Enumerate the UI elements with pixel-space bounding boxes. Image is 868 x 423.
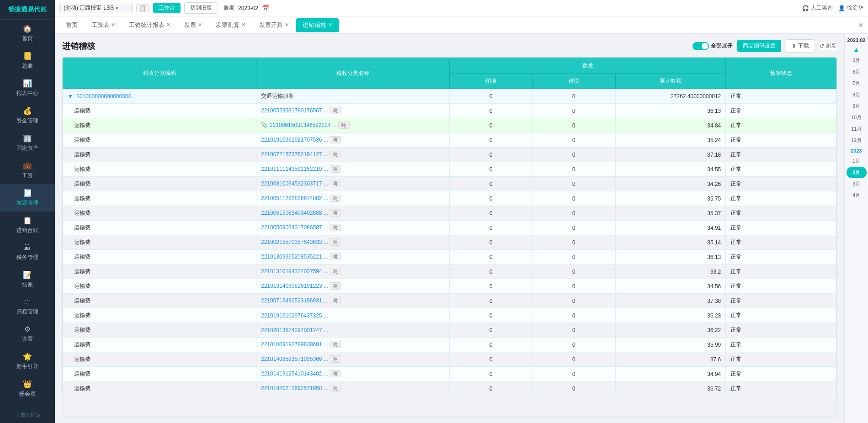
settings-icon: ⚙ xyxy=(24,325,31,333)
sidebar-item-fund-mgmt[interactable]: 💰 资金管理 xyxy=(0,102,55,129)
tag-button[interactable]: 吨 xyxy=(330,370,341,377)
archive-icon: 🗂 xyxy=(24,298,31,306)
sidebar-item-label: 结账 xyxy=(22,281,33,289)
close-all-tabs-button[interactable]: ✕ xyxy=(858,21,863,29)
tab-salary-stats[interactable]: 工资统计报表 ✕ xyxy=(122,18,177,32)
tab-jin-xiao[interactable]: 进销稽核 ✕ xyxy=(296,18,339,32)
calendar-month-4-2023[interactable]: 4月 xyxy=(847,190,867,201)
tag-button[interactable]: 吨 xyxy=(330,165,341,173)
calendar-month-11-2022[interactable]: 11月 xyxy=(847,123,867,135)
tag-button[interactable]: 吨 xyxy=(330,355,341,363)
sidebar-item-tax-mgmt[interactable]: 🏛 税务管理 xyxy=(0,239,55,266)
calendar-month-7-2022[interactable]: 7月 xyxy=(847,78,867,89)
calendar-up-arrow[interactable]: ▲ xyxy=(852,45,861,55)
calendar-month-1-2023[interactable]: 1月 xyxy=(847,155,867,167)
calendar-icon[interactable]: 📅 xyxy=(262,5,269,11)
tag-button[interactable]: 吨 xyxy=(330,151,341,158)
tab-jin-xiao-close-icon[interactable]: ✕ xyxy=(328,22,332,28)
service-button[interactable]: 🎧 人工咨询 xyxy=(802,4,833,12)
sidebar-item-new-guide[interactable]: 🌟 新手引导 xyxy=(0,348,55,375)
status-cell: 正常 xyxy=(726,264,836,279)
goods-set-button[interactable]: 商品编码设置 xyxy=(737,40,781,52)
member-icon: 👑 xyxy=(23,380,32,388)
tab-salary[interactable]: 工资表 ✕ xyxy=(85,18,122,32)
calendar-month-10-2022[interactable]: 10月 xyxy=(847,112,867,123)
sidebar-item-invoice-mgmt[interactable]: 🧾 发票管理 xyxy=(0,184,55,212)
invoice-no-cell: 22101009192789838691 ... 吨 xyxy=(256,338,450,352)
refresh-button[interactable]: ↺ 刷新 xyxy=(820,42,837,50)
tag-button[interactable]: 吨 xyxy=(330,268,341,275)
company-selector[interactable]: (勿动) 江西报宝-LSS ▾ xyxy=(59,3,133,13)
tag-button[interactable]: 吨 xyxy=(330,238,341,246)
tab-invoice[interactable]: 发票 ✕ xyxy=(178,18,208,32)
tag-button[interactable]: 吨 xyxy=(330,209,341,217)
table-row: 运输费 22101009192789838691 ... 吨 0 0 35.99… xyxy=(63,338,836,352)
sidebar-item-salary[interactable]: 💼 工资 xyxy=(0,157,55,184)
tag-button[interactable]: 吨 xyxy=(338,122,350,129)
sidebar-item-fixed-assets[interactable]: 🏢 固定资产 xyxy=(0,129,55,157)
tag-button[interactable]: 吨 xyxy=(330,107,341,114)
tab-invoice-open-close-icon[interactable]: ✕ xyxy=(285,22,289,28)
sidebar-item-member[interactable]: 👑 畅会员 xyxy=(0,375,55,402)
cumulative-cell: 36.13 xyxy=(615,250,726,264)
tab-home[interactable]: 首页 xyxy=(59,18,84,32)
copy-button[interactable]: 📋 xyxy=(136,4,149,12)
calendar-month-5-2022[interactable]: 5月 xyxy=(847,55,867,66)
sidebar-item-label: 税务管理 xyxy=(16,254,38,261)
name-cell: 运输费 xyxy=(63,221,256,235)
tag-button[interactable]: 吨 xyxy=(330,297,341,304)
sidebar-item-report-center[interactable]: 📊 报表中心 xyxy=(0,74,55,102)
group-cumulative-cell: 27262.40000000012 xyxy=(615,89,726,104)
sidebar-item-archive[interactable]: 🗂 归档管理 xyxy=(0,293,55,320)
calendar-month-8-2022[interactable]: 8月 xyxy=(847,89,867,100)
sidebar-item-settings[interactable]: ⚙ 设置 xyxy=(0,320,55,348)
tab-invoice-check[interactable]: 发票测算 ✕ xyxy=(209,18,252,32)
switch-version-button[interactable]: 切到旧版 xyxy=(184,2,218,14)
tab-salary-close-icon[interactable]: ✕ xyxy=(111,22,115,28)
tag-button[interactable]: 吨 xyxy=(330,224,341,231)
tag-button[interactable]: 吨 xyxy=(330,385,341,392)
purchase-cell: 0 xyxy=(533,338,615,352)
calendar-month-12-2022[interactable]: 12月 xyxy=(847,135,867,146)
sidebar-item-home[interactable]: 🏠 首页 xyxy=(0,20,55,47)
name-cell: 运输费 xyxy=(63,338,256,352)
tag-button[interactable]: 吨 xyxy=(330,136,341,143)
download-button[interactable]: ⬇ 下载 xyxy=(786,39,815,53)
unpin-button[interactable]: ◁ 取消固定 xyxy=(0,407,55,423)
tag-button[interactable]: 吨 xyxy=(330,341,341,348)
toggle-track[interactable] xyxy=(692,42,709,50)
period-label: 账期 xyxy=(224,4,234,12)
table-row: 运输费 22101310194324037594 ... 吨 0 0 33.2 … xyxy=(63,264,836,279)
workspace-button[interactable]: 工作台 xyxy=(153,3,181,13)
sidebar-item-settlement[interactable]: 📝 结账 xyxy=(0,266,55,293)
calendar-month-6-2022[interactable]: 6月 xyxy=(847,66,867,78)
expand-icon[interactable]: ▼ xyxy=(68,93,73,100)
expand-all-toggle[interactable]: 全部展开 xyxy=(692,42,733,50)
tab-invoice-open[interactable]: 发票开具 ✕ xyxy=(253,18,295,32)
data-table-container[interactable]: 税收分类编码 税收分类名称 数量 预警状态 销项 进项 累计数额 xyxy=(62,57,837,418)
calendar-month-3-2023[interactable]: 3月 xyxy=(847,178,867,190)
purchase-cell: 0 xyxy=(533,264,615,279)
user-menu[interactable]: 👤 徐淀华 xyxy=(838,4,863,12)
sidebar-item-general-ledger[interactable]: 📒 总账 xyxy=(0,47,55,74)
calendar-month-2-2023[interactable]: 2月 xyxy=(847,167,867,178)
invoice-no-cell: 22100509034317086587 ... 吨 xyxy=(256,221,450,235)
tab-salary-stats-close-icon[interactable]: ✕ xyxy=(166,22,170,28)
invoice-no-cell: 22101910361921707536 ... 吨 xyxy=(256,133,450,148)
user-avatar-icon: 👤 xyxy=(838,5,845,11)
tab-invoice-check-close-icon[interactable]: ✕ xyxy=(241,22,245,28)
tab-invoice-close-icon[interactable]: ✕ xyxy=(198,22,202,28)
calendar-sidebar: 2023.02 ▲ 5月 6月 7月 8月 9月 10月 11月 12月 202… xyxy=(844,34,868,423)
sales-cell: 0 xyxy=(450,206,533,221)
tag-button[interactable]: 吨 xyxy=(330,180,341,187)
tag-button[interactable]: 吨 xyxy=(330,195,341,202)
sales-cell: 0 xyxy=(450,323,533,338)
sidebar-item-purchase-sales[interactable]: 📋 进销台账 xyxy=(0,212,55,239)
ledger-icon: 📒 xyxy=(23,52,32,60)
tag-button[interactable]: 吨 xyxy=(330,253,341,260)
sidebar-item-label: 归档管理 xyxy=(16,308,38,316)
purchase-cell: 0 xyxy=(533,279,615,294)
sales-cell: 0 xyxy=(450,133,533,148)
calendar-month-9-2022[interactable]: 9月 xyxy=(847,100,867,112)
tag-button[interactable]: 吨 xyxy=(330,282,341,290)
